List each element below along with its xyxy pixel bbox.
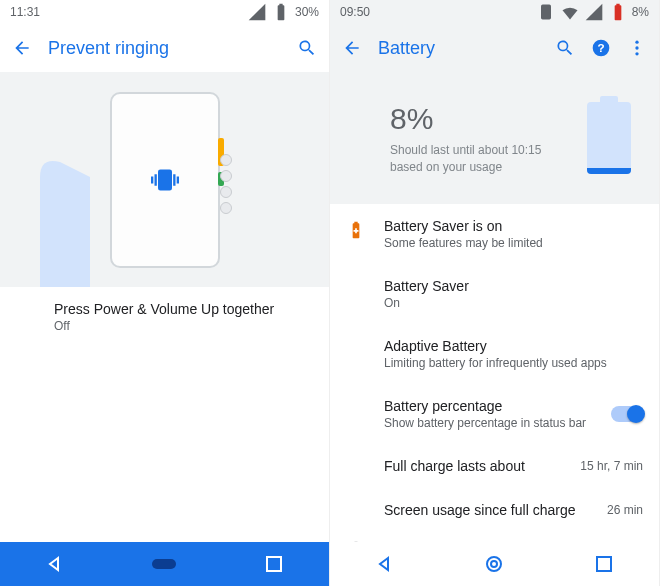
search-icon[interactable] [555,38,575,58]
adaptive-battery-item[interactable]: Adaptive Battery Limiting battery for in… [330,324,659,384]
item-secondary: Show battery percentage in status bar [384,416,643,430]
nav-home-icon[interactable] [152,552,176,576]
svg-rect-11 [597,557,611,571]
info-note: Battery usage data is approximate and ca… [330,532,659,542]
vibrate-icon [151,166,179,194]
info-icon [346,540,366,542]
vibrate-status-icon [536,2,556,22]
status-bar: 09:50 8% [330,0,659,24]
svg-text:?: ? [597,41,604,54]
svg-point-10 [491,561,497,567]
illustration [0,72,329,287]
status-battery-pct: 30% [295,5,319,19]
status-bar: 11:31 30% [0,0,329,24]
page-title: Battery [378,38,539,59]
toggle-switch[interactable] [611,406,643,422]
page-title: Prevent ringing [48,38,281,59]
svg-point-9 [487,557,501,571]
item-secondary: Some features may be limited [384,236,643,250]
item-primary: Battery Saver [384,278,643,294]
battery-large-icon [587,96,631,174]
status-time: 09:50 [340,5,370,19]
battery-hero: 8% Should last until about 10:15 based o… [330,72,659,204]
battery-saver-item[interactable]: Battery Saver On [330,264,659,324]
signal-icon [584,2,604,22]
content: Press Power & Volume Up together Off [0,72,329,542]
battery-saver-icon [346,220,366,240]
svg-rect-0 [267,557,281,571]
phone-prevent-ringing: 11:31 30% Prevent ringing Press Power & … [0,0,330,586]
battery-estimate: Should last until about 10:15 based on y… [390,142,570,176]
nav-home-icon[interactable] [482,552,506,576]
item-primary: Screen usage since full charge [384,502,643,518]
device-outline [110,92,220,268]
back-icon[interactable] [342,38,362,58]
overflow-icon[interactable] [627,38,647,58]
svg-point-3 [635,41,638,44]
content: 8% Should last until about 10:15 based o… [330,72,659,542]
search-icon[interactable] [297,38,317,58]
screen-usage-item[interactable]: Screen usage since full charge 26 min [330,488,659,532]
battery-percentage-item[interactable]: Battery percentage Show battery percenta… [330,384,659,444]
app-bar: Battery ? [330,24,659,72]
status-time: 11:31 [10,5,40,19]
wifi-icon [560,2,580,22]
full-charge-item[interactable]: Full charge lasts about 15 hr, 7 min [330,444,659,488]
item-primary: Press Power & Volume Up together [54,301,313,317]
item-secondary: Off [54,319,313,333]
phone-battery: 09:50 8% Battery ? 8% Should last until … [330,0,660,586]
prevent-ringing-item[interactable]: Press Power & Volume Up together Off [0,287,329,347]
app-bar: Prevent ringing [0,24,329,72]
battery-saver-alert[interactable]: Battery Saver is on Some features may be… [330,204,659,264]
hand-icon [30,137,100,287]
svg-point-4 [635,46,638,49]
nav-recents-icon[interactable] [262,552,286,576]
item-primary: Battery Saver is on [384,218,643,234]
item-secondary: On [384,296,643,310]
battery-icon [608,2,628,22]
nav-back-icon[interactable] [373,552,397,576]
nav-recents-icon[interactable] [592,552,616,576]
item-primary: Adaptive Battery [384,338,643,354]
signal-icon [247,2,267,22]
status-battery-pct: 8% [632,5,649,19]
nav-bar [330,542,659,586]
item-secondary: Limiting battery for infrequently used a… [384,356,643,370]
nav-bar [0,542,329,586]
nav-back-icon[interactable] [43,552,67,576]
fingers-icon [220,154,232,218]
back-icon[interactable] [12,38,32,58]
help-icon[interactable]: ? [591,38,611,58]
svg-point-5 [635,52,638,55]
item-trailing: 15 hr, 7 min [580,459,643,473]
battery-icon [271,2,291,22]
item-primary: Battery percentage [384,398,643,414]
item-trailing: 26 min [607,503,643,517]
